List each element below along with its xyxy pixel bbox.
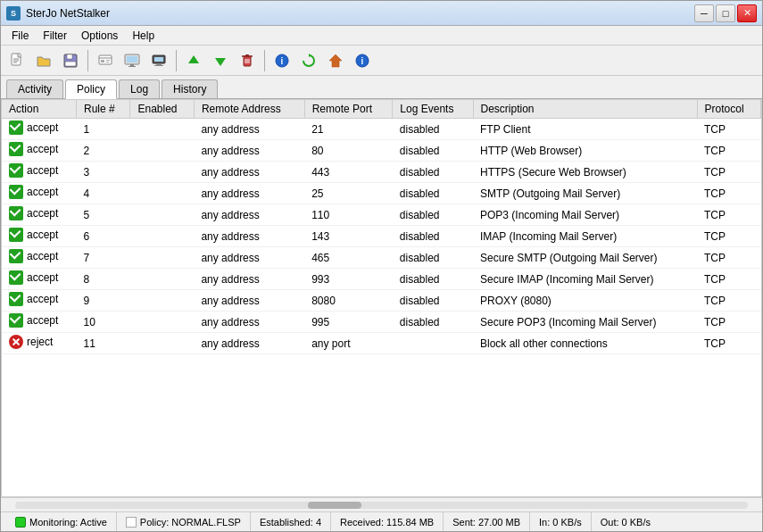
policy-text: Policy: NORMAL.FLSP (140, 517, 241, 528)
accept-icon: accept (9, 249, 58, 263)
toolbar-btn6[interactable] (146, 48, 171, 73)
cell-log-events: disabled (393, 290, 473, 312)
table-row[interactable]: accept4any address25disabledSMTP (Outgoi… (2, 183, 761, 204)
cell-remote-address: any address (194, 140, 304, 162)
svg-rect-11 (106, 62, 109, 62)
cell-remote-address: any address (194, 247, 304, 269)
menu-help[interactable]: Help (125, 28, 162, 44)
col-description[interactable]: Description (473, 100, 697, 119)
hscroll-thumb[interactable] (308, 502, 361, 509)
col-enabled[interactable]: Enabled (130, 100, 194, 119)
info-button[interactable]: i (270, 48, 294, 73)
col-protocol[interactable]: Protocol (697, 100, 760, 119)
toolbar-separator-2 (176, 50, 177, 71)
cell-protocol: TCP (697, 140, 760, 162)
cell-protocol: TCP (697, 204, 760, 226)
horizontal-scrollbar[interactable] (1, 497, 762, 511)
cell-remote-port: 80 (304, 140, 393, 162)
cell-remote-port: 25 (304, 183, 393, 204)
open-file-button[interactable] (31, 48, 56, 73)
minimize-button[interactable]: ─ (694, 4, 714, 22)
tab-log[interactable]: Log (119, 79, 160, 98)
cell-action: accept (2, 140, 77, 162)
accept-indicator (9, 228, 23, 242)
cell-description: SMTP (Outgoing Mail Server) (473, 183, 697, 204)
svg-rect-5 (67, 54, 72, 59)
cell-action: accept (2, 183, 77, 204)
established-text: Established: 4 (260, 517, 321, 528)
menu-file[interactable]: File (4, 28, 36, 44)
table-row[interactable]: accept7any address465disabledSecure SMTP… (2, 247, 761, 269)
svg-marker-31 (329, 54, 342, 67)
svg-rect-17 (154, 57, 163, 62)
accept-indicator (9, 142, 23, 156)
reject-icon: reject (9, 335, 53, 349)
delete-button[interactable] (235, 48, 260, 73)
home-button[interactable] (323, 48, 348, 73)
out-speed-status: Out: 0 KB/s (592, 512, 659, 531)
cell-remote-address: any address (194, 226, 304, 247)
cell-enabled (130, 162, 194, 183)
col-rule[interactable]: Rule # (77, 100, 130, 119)
col-log-events[interactable]: Log Events (393, 100, 473, 119)
cell-enabled (130, 333, 194, 354)
cell-protocol: TCP (697, 119, 760, 140)
refresh-button[interactable] (296, 48, 321, 73)
cell-description: Secure SMTP (Outgoing Mail Server) (473, 247, 697, 269)
table-row[interactable]: accept1any address21disabledFTP ClientTC… (2, 119, 761, 140)
accept-icon: accept (9, 313, 58, 328)
table-row[interactable]: accept10any address995disabledSecure POP… (2, 312, 761, 333)
cell-rule: 2 (77, 140, 130, 162)
col-action[interactable]: Action (2, 100, 77, 119)
sent-status: Sent: 27.00 MB (444, 512, 530, 531)
col-remote-address[interactable]: Remote Address (194, 100, 304, 119)
status-bar: Monitoring: Active Policy: NORMAL.FLSP E… (1, 511, 762, 531)
move-down-button[interactable] (208, 48, 233, 73)
monitoring-indicator (15, 517, 26, 528)
menu-bar: File Filter Options Help (1, 26, 762, 46)
cell-remote-address: any address (194, 333, 304, 354)
table-row[interactable]: accept5any address110disabledPOP3 (Incom… (2, 204, 761, 226)
accept-icon: accept (9, 142, 58, 156)
cell-action: accept (2, 204, 77, 226)
cell-action: accept (2, 119, 77, 140)
close-button[interactable]: ✕ (737, 4, 757, 22)
tab-history[interactable]: History (162, 79, 218, 98)
cell-enabled (130, 226, 194, 247)
cell-protocol: TCP (697, 333, 760, 354)
cell-action: accept (2, 226, 77, 247)
tab-activity[interactable]: Activity (6, 79, 63, 98)
cell-remote-address: any address (194, 183, 304, 204)
cell-description: PROXY (8080) (473, 290, 697, 312)
maximize-button[interactable]: □ (716, 4, 735, 22)
move-up-button[interactable] (181, 48, 206, 73)
accept-icon: accept (9, 270, 58, 285)
cell-remote-port: 993 (304, 269, 393, 290)
cell-log-events: disabled (393, 247, 473, 269)
cell-protocol: TCP (697, 226, 760, 247)
new-file-button[interactable] (4, 48, 29, 73)
svg-rect-9 (101, 60, 104, 62)
table-row[interactable]: accept6any address143disabledIMAP (Incom… (2, 226, 761, 247)
table-body: accept1any address21disabledFTP ClientTC… (2, 119, 761, 354)
toolbar-btn4[interactable] (93, 48, 118, 73)
save-file-button[interactable] (58, 48, 83, 73)
table-row[interactable]: reject11any addressany portBlock all oth… (2, 333, 761, 354)
hscroll-track[interactable] (15, 502, 748, 509)
col-remote-port[interactable]: Remote Port (304, 100, 393, 119)
menu-filter[interactable]: Filter (36, 28, 74, 44)
table-row[interactable]: accept2any address80disabledHTTP (Web Br… (2, 140, 761, 162)
table-row[interactable]: accept3any address443disabledHTTPS (Secu… (2, 162, 761, 183)
cell-remote-address: any address (194, 312, 304, 333)
tab-policy[interactable]: Policy (65, 79, 117, 99)
cell-remote-port: any port (304, 333, 393, 354)
accept-indicator (9, 249, 23, 263)
help-button[interactable]: i (350, 48, 375, 73)
menu-options[interactable]: Options (74, 28, 125, 44)
table-header-row: Action Rule # Enabled Remote Address Rem… (2, 100, 761, 119)
table-row[interactable]: accept8any address993disabledSecure IMAP… (2, 269, 761, 290)
accept-indicator (9, 270, 23, 285)
received-status: Received: 115.84 MB (331, 512, 444, 531)
table-row[interactable]: accept9any address8080disabledPROXY (808… (2, 290, 761, 312)
toolbar-btn5[interactable] (120, 48, 145, 73)
